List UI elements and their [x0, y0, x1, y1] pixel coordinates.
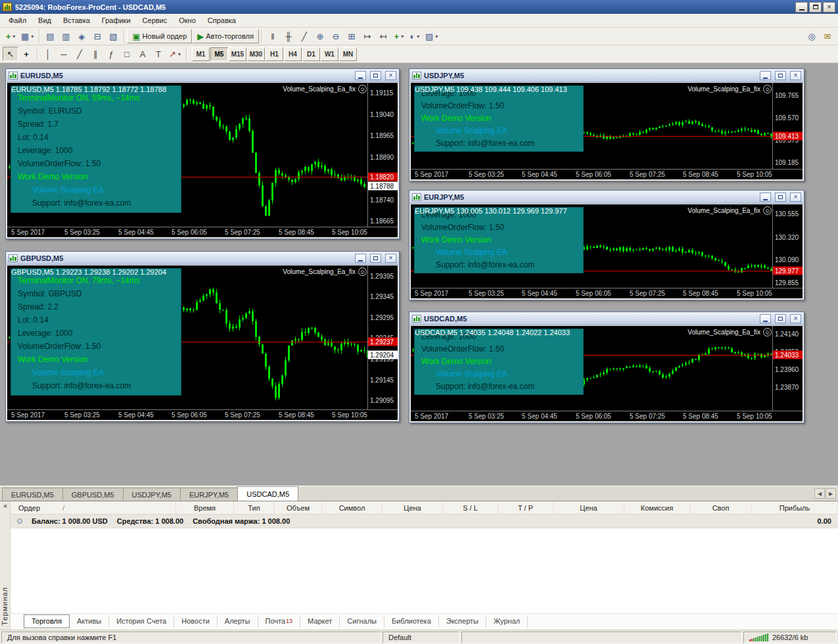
terminal-tab[interactable]: Почта13	[258, 615, 301, 628]
terminal-column-header[interactable]: Цена	[383, 501, 443, 514]
menu-item[interactable]: Окно	[173, 14, 202, 27]
chart-plot-area[interactable]: EURUSD,M5 1.18785 1.18792 1.18772 1.1878…	[7, 83, 369, 227]
chart-restore-icon[interactable]	[775, 193, 786, 202]
chart-window-titlebar[interactable]: EURUSD,M5×	[7, 70, 398, 82]
auto-scroll-button[interactable]: ↦	[360, 29, 375, 43]
time-axis[interactable]: 5 Sep 20175 Sep 03:255 Sep 04:455 Sep 06…	[411, 411, 803, 421]
terminal-column-header[interactable]: Прибыль	[752, 501, 838, 514]
close-icon[interactable]: ×	[823, 2, 835, 12]
time-axis[interactable]: 5 Sep 20175 Sep 03:255 Sep 04:455 Sep 06…	[7, 409, 398, 420]
terminal-column-header[interactable]: Время	[176, 501, 234, 514]
time-axis[interactable]: 5 Sep 20175 Sep 03:255 Sep 04:455 Sep 06…	[411, 288, 803, 298]
chart-restore-icon[interactable]	[370, 71, 381, 80]
chart-close-icon[interactable]: ×	[790, 314, 801, 323]
title-bar[interactable]: 5225094: RoboForex-ProCent - USDCAD,M5 ×	[0, 0, 838, 14]
menu-item[interactable]: Вставка	[57, 14, 96, 27]
minimize-icon[interactable]	[795, 2, 808, 12]
arrows-button[interactable]: ↗▾	[166, 47, 183, 61]
terminal-tab[interactable]: Новости	[174, 615, 218, 628]
price-scale[interactable]: 1.191151.190401.189651.188901.188151.187…	[367, 83, 398, 227]
chat-button[interactable]: ✉	[820, 29, 835, 43]
chart-window-titlebar[interactable]: USDCAD,M5×	[410, 313, 803, 325]
new-chart-button[interactable]: +▾	[3, 29, 18, 43]
terminal-tab[interactable]: История Счета	[109, 615, 174, 628]
bar-chart-button[interactable]: ‖	[265, 29, 281, 43]
chart-minimize-icon[interactable]	[760, 71, 771, 80]
chart-window-titlebar[interactable]: USDJPY,M5×	[410, 70, 803, 82]
timeframe-mn-button[interactable]: MN	[339, 47, 357, 61]
new-order-button[interactable]: ▣Новый ордер	[127, 29, 192, 43]
zoom-out-button[interactable]: ⊖	[328, 29, 344, 43]
price-scale[interactable]: 1.241401.240501.239601.238701.24033	[772, 326, 803, 411]
shapes-button[interactable]: □	[119, 47, 135, 61]
terminal-tab[interactable]: Активы	[70, 615, 109, 628]
ea-smiley-icon[interactable]: ☺	[358, 267, 367, 276]
chart-restore-icon[interactable]	[775, 314, 786, 323]
horizontal-line-button[interactable]: ─	[56, 47, 72, 61]
menu-item[interactable]: Файл	[3, 14, 32, 27]
price-scale[interactable]: 109.765109.570109.375109.185109.413	[772, 83, 803, 169]
terminal-column-header[interactable]: T / P	[498, 501, 553, 514]
chart-close-icon[interactable]: ×	[790, 71, 801, 80]
line-chart-button[interactable]: ╱	[296, 29, 312, 43]
chart-minimize-icon[interactable]	[760, 314, 771, 323]
chart-plot-area[interactable]: USDJPY,M5 109.438 109.444 109.406 109.41…	[411, 83, 774, 169]
terminal-close-icon[interactable]: ×	[1, 502, 9, 510]
vertical-line-button[interactable]: │	[40, 47, 56, 61]
timeframe-h4-button[interactable]: H4	[284, 47, 302, 61]
panel-collapse-arrow-icon[interactable]: ▼	[8, 83, 14, 90]
timeframe-m1-button[interactable]: M1	[192, 47, 210, 61]
crosshair-button[interactable]: +	[18, 47, 34, 61]
terminal-column-header[interactable]: Комиссия	[624, 501, 690, 514]
chart-close-icon[interactable]: ×	[385, 254, 396, 263]
terminal-tab[interactable]: Алерты	[218, 615, 258, 628]
ea-smiley-icon[interactable]: ☺	[763, 85, 772, 93]
chart-plot-area[interactable]: EURJPY,M5 130.005 130.012 129.969 129.97…	[411, 204, 774, 288]
terminal-toggle-button[interactable]: ⊟	[89, 29, 105, 43]
panel-collapse-arrow-icon[interactable]: ▼	[8, 266, 14, 273]
status-profile[interactable]: Default	[383, 632, 460, 643]
chart-minimize-icon[interactable]	[760, 193, 771, 202]
balance-row[interactable]: Баланс: 1 008.00 USD Средства: 1 008.00 …	[11, 515, 838, 528]
terminal-column-header[interactable]: Тип	[234, 501, 275, 514]
menu-item[interactable]: Справка	[202, 14, 242, 27]
timeframe-w1-button[interactable]: W1	[321, 47, 338, 61]
terminal-column-header[interactable]: Цена	[553, 501, 624, 514]
panel-collapse-arrow-icon[interactable]: ▼	[411, 327, 417, 333]
terminal-tab[interactable]: Торговля	[24, 614, 70, 628]
terminal-column-header[interactable]: Объем	[275, 501, 322, 514]
chart-tab[interactable]: USDJPY,M5	[123, 488, 181, 501]
timeframe-m30-button[interactable]: M30	[247, 47, 265, 61]
fibonacci-button[interactable]: ƒ	[103, 47, 119, 61]
chart-tab[interactable]: EURUSD,M5	[2, 488, 63, 501]
templates-button[interactable]: ▨▾	[423, 29, 440, 43]
panel-collapse-arrow-icon[interactable]: ▼	[411, 205, 417, 212]
strategy-tester-button[interactable]: ▧	[105, 29, 121, 43]
ea-smiley-icon[interactable]: ☺	[763, 328, 772, 336]
time-axis[interactable]: 5 Sep 20175 Sep 03:255 Sep 04:455 Sep 06…	[7, 227, 398, 237]
terminal-column-header[interactable]: Ордер/	[11, 501, 176, 514]
indicators-button[interactable]: +▾	[391, 29, 407, 43]
price-scale[interactable]: 130.555130.320130.090129.855129.977	[772, 204, 803, 288]
chart-close-icon[interactable]: ×	[385, 71, 396, 80]
chart-plot-area[interactable]: USDCAD,M5 1.24035 1.24048 1.24022 1.2403…	[411, 326, 774, 411]
navigator-button[interactable]: ◈	[74, 29, 89, 43]
chart-minimize-icon[interactable]	[355, 71, 366, 80]
chart-tab[interactable]: GBPUSD,M5	[62, 488, 124, 501]
data-window-button[interactable]: ▥	[58, 29, 74, 43]
chart-tab[interactable]: USDCAD,M5	[237, 486, 298, 501]
terminal-tab[interactable]: Сигналы	[340, 615, 384, 628]
chart-minimize-icon[interactable]	[355, 254, 366, 263]
terminal-tab[interactable]: Эксперты	[439, 615, 486, 628]
periods-button[interactable]: ◐▾	[407, 29, 423, 43]
auto-trading-button[interactable]: ▶Авто-торговля	[192, 29, 259, 43]
chart-window-titlebar[interactable]: GBPUSD,M5×	[7, 252, 398, 265]
candlestick-chart-button[interactable]: ╫	[281, 29, 296, 43]
text-button[interactable]: A	[135, 47, 151, 61]
chart-close-icon[interactable]: ×	[790, 193, 801, 202]
ea-smiley-icon[interactable]: ☺	[763, 206, 772, 215]
scroll-left-icon[interactable]: ◀	[814, 488, 825, 499]
ea-smiley-icon[interactable]: ☺	[358, 85, 367, 93]
maximize-icon[interactable]	[809, 2, 822, 12]
terminal-tab[interactable]: Маркет	[300, 615, 340, 628]
